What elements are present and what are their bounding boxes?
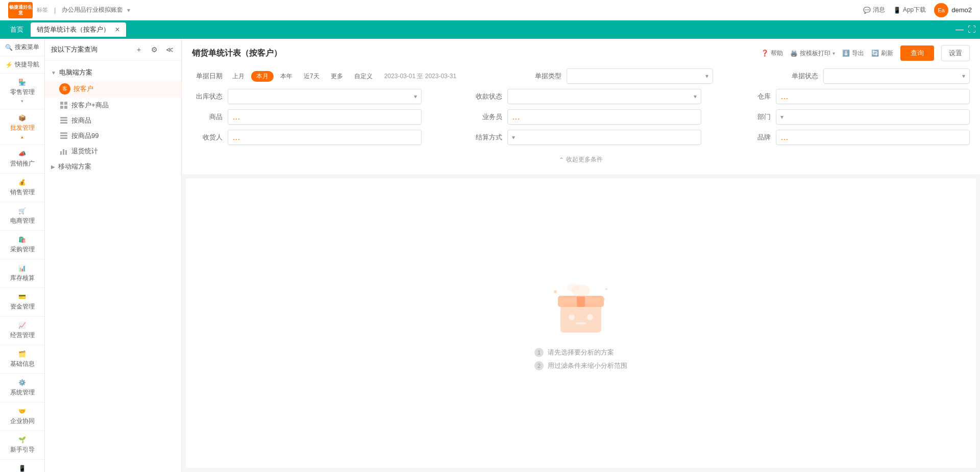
tab-close-icon[interactable]: ✕ bbox=[115, 26, 120, 33]
department-chevron: ▾ bbox=[780, 113, 783, 121]
salesperson-select[interactable]: … bbox=[507, 109, 701, 125]
user-menu[interactable]: Ea demo2 bbox=[934, 3, 972, 17]
sidebar-item-marketing[interactable]: 📣 营销推广 bbox=[0, 145, 44, 174]
scheme-header-icons: + ⚙ ≪ bbox=[133, 44, 175, 55]
nav-icon: ⚡ bbox=[5, 61, 13, 68]
type-label: 单据类型 bbox=[535, 72, 561, 81]
status-select[interactable]: ▾ bbox=[823, 68, 970, 84]
date-label: 单据日期 bbox=[192, 72, 223, 81]
sidebar-item-newbie[interactable]: 🌱 新手引导 bbox=[0, 431, 44, 460]
date-btn-this-month[interactable]: 本月 bbox=[251, 71, 274, 82]
sidebar-item-finance[interactable]: 💳 资金管理 bbox=[0, 288, 44, 317]
date-btn-last-7[interactable]: 近7天 bbox=[299, 70, 324, 82]
filter-row-1: 单据日期 上月 本月 本年 近7天 更多 自定义 2023-03-01 至 20… bbox=[192, 68, 970, 84]
print-btn[interactable]: 🖨️ 按模板打印 ▾ bbox=[790, 49, 835, 58]
tree-item-by-customer[interactable]: 客 按客户 bbox=[45, 80, 181, 98]
warehouse-select[interactable]: … bbox=[776, 89, 970, 104]
sidebar-item-system[interactable]: ⚙️ 系统管理 bbox=[0, 374, 44, 403]
ecommerce-icon: 🛒 bbox=[18, 207, 26, 215]
operations-icon: 📈 bbox=[18, 322, 26, 329]
brand-select[interactable]: … bbox=[776, 130, 970, 145]
tab-home[interactable]: 首页 bbox=[4, 22, 30, 37]
filter-area: 单据日期 上月 本月 本年 近7天 更多 自定义 2023-03-01 至 20… bbox=[182, 64, 980, 174]
settlement-select[interactable]: ▾ bbox=[507, 130, 701, 145]
brand-label: 品牌 bbox=[755, 133, 771, 142]
tab-maximize-icon[interactable]: ⛶ bbox=[968, 25, 976, 34]
export-icon: ⬇️ bbox=[842, 50, 850, 57]
tree-item-by-goods-99[interactable]: 按商品99 bbox=[45, 128, 181, 144]
status-select-chevron: ▾ bbox=[962, 73, 965, 80]
svg-rect-5 bbox=[60, 120, 67, 121]
svg-point-16 bbox=[554, 290, 557, 293]
system-icon: ⚙️ bbox=[18, 379, 26, 386]
type-select[interactable]: ▾ bbox=[567, 68, 713, 84]
tree-item-return-stat[interactable]: 退货统计 bbox=[45, 144, 181, 159]
scheme-add-btn[interactable]: + bbox=[133, 44, 144, 55]
top-title-dropdown[interactable]: ▾ bbox=[127, 7, 130, 14]
tree-item-by-customer-goods[interactable]: 按客户+商品 bbox=[45, 98, 181, 113]
scheme-tree: ▼ 电脑端方案 客 按客户 bbox=[45, 61, 181, 178]
help-btn[interactable]: ❓ 帮助 bbox=[761, 49, 783, 58]
app-download-btn[interactable]: 📱 App下载 bbox=[893, 6, 926, 14]
logo: 畅捷通好生意 bbox=[8, 2, 33, 18]
receiver-select[interactable]: … bbox=[228, 130, 422, 145]
settings-button[interactable]: 设置 bbox=[941, 45, 970, 61]
sidebar-item-appcenter[interactable]: 📱 应用中心 bbox=[0, 460, 44, 472]
svg-rect-12 bbox=[65, 150, 67, 155]
tree-group-desktop: ▼ 电脑端方案 客 按客户 bbox=[45, 65, 181, 159]
sidebar-item-basic[interactable]: 🗂️ 基础信息 bbox=[0, 345, 44, 374]
sidebar-item-ecommerce[interactable]: 🛒 电商管理 bbox=[0, 202, 44, 231]
department-label: 部门 bbox=[755, 112, 771, 122]
tab-minimize-icon[interactable]: — bbox=[955, 25, 964, 34]
sidebar-item-purchase[interactable]: 🛍️ 采购管理 bbox=[0, 231, 44, 259]
wholesale-icon: 📦 bbox=[18, 114, 26, 122]
svg-rect-4 bbox=[60, 117, 67, 119]
scheme-collapse-btn[interactable]: ≪ bbox=[164, 44, 175, 55]
pay-status-label: 收款状态 bbox=[476, 92, 502, 101]
sidebar-item-sales[interactable]: 💰 销售管理 bbox=[0, 174, 44, 202]
filter-row-3: 商品 … 业务员 … 部门 ▾ bbox=[192, 109, 970, 125]
collapse-btn[interactable]: ⌃ 收起更多条件 bbox=[556, 152, 606, 167]
date-btn-this-year[interactable]: 本年 bbox=[276, 70, 297, 82]
sidebar-item-retail[interactable]: 🏪 零售管理 ▾ bbox=[0, 74, 44, 109]
goods-select[interactable]: … bbox=[228, 109, 422, 125]
date-btn-custom[interactable]: 自定义 bbox=[350, 70, 377, 82]
sidebar-search[interactable]: 🔍 搜索菜单 bbox=[0, 39, 44, 56]
message-btn[interactable]: 💬 消息 bbox=[863, 6, 885, 14]
sidebar-item-wholesale[interactable]: 📦 批发管理 ▴ bbox=[0, 109, 44, 145]
inventory-icon: 📊 bbox=[18, 265, 26, 272]
department-select[interactable]: ▾ bbox=[776, 109, 970, 125]
date-btn-more[interactable]: 更多 bbox=[326, 70, 348, 82]
tree-arrow-desktop: ▼ bbox=[51, 70, 56, 76]
top-bar-right: 💬 消息 📱 App下载 Ea demo2 bbox=[863, 3, 972, 17]
sidebar-item-enterprise[interactable]: 🤝 企业协同 bbox=[0, 403, 44, 431]
empty-state: 1 请先选择要分析的方案 2 用过滤条件来缩小分析范围 bbox=[186, 178, 976, 468]
pay-status-select[interactable]: ▾ bbox=[507, 89, 701, 104]
refresh-btn[interactable]: 🔄 刷新 bbox=[871, 49, 893, 58]
tree-arrow-mobile: ▶ bbox=[51, 164, 55, 170]
main-layout: 🔍 搜索菜单 ⚡ 快捷导航 🏪 零售管理 ▾ 📦 批发管理 ▴ 📣 营销推广 💰… bbox=[0, 39, 980, 472]
basic-icon: 🗂️ bbox=[18, 350, 26, 358]
svg-rect-3 bbox=[64, 106, 67, 109]
query-button[interactable]: 查询 bbox=[900, 45, 934, 61]
tab-sales-stat[interactable]: 销货单统计表（按客户） ✕ bbox=[31, 22, 126, 37]
appcenter-icon: 📱 bbox=[18, 465, 26, 472]
marketing-icon: 📣 bbox=[18, 150, 26, 157]
sales-icon: 💰 bbox=[18, 179, 26, 186]
tree-group-mobile-header[interactable]: ▶ 移动端方案 bbox=[45, 159, 181, 174]
sidebar-item-inventory[interactable]: 📊 库存核算 bbox=[0, 259, 44, 288]
sidebar-quicknav[interactable]: ⚡ 快捷导航 bbox=[0, 56, 44, 74]
svg-rect-7 bbox=[60, 132, 67, 134]
tree-group-desktop-header[interactable]: ▼ 电脑端方案 bbox=[45, 65, 181, 80]
date-btn-last-month[interactable]: 上月 bbox=[228, 70, 249, 82]
tab-bar: 首页 销货单统计表（按客户） ✕ — ⛶ bbox=[0, 20, 980, 39]
scheme-settings-btn[interactable]: ⚙ bbox=[149, 44, 160, 55]
filter-row-4: 收货人 … 结算方式 ▾ 品牌 … bbox=[192, 130, 970, 145]
collapse-row: ⌃ 收起更多条件 bbox=[192, 150, 970, 170]
tree-item-by-goods[interactable]: 按商品 bbox=[45, 113, 181, 128]
hint-item-2: 2 用过滤条件来缩小分析范围 bbox=[534, 361, 627, 370]
sidebar-item-operations[interactable]: 📈 经营管理 bbox=[0, 317, 44, 345]
tab-bar-actions: — ⛶ bbox=[955, 25, 976, 34]
export-btn[interactable]: ⬇️ 导出 bbox=[842, 49, 864, 58]
out-status-select[interactable]: ▾ bbox=[228, 89, 422, 104]
